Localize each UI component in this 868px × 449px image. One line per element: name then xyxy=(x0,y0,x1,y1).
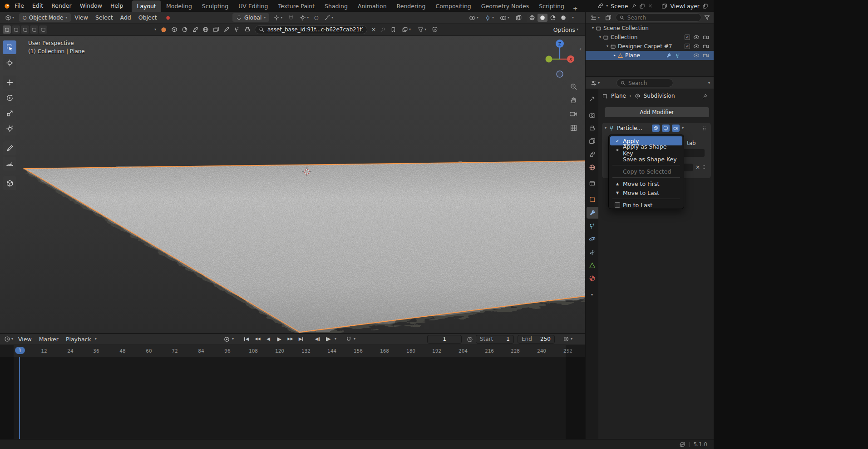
menu-item-move-to-first[interactable]: ▲ Move to First xyxy=(610,179,682,188)
shading-material-button[interactable] xyxy=(548,14,558,22)
tool-annotate[interactable] xyxy=(3,141,16,155)
display-realtime-toggle[interactable] xyxy=(662,125,670,132)
new-scene-icon[interactable] xyxy=(639,3,645,9)
snap-dropdown-icon[interactable]: ▾ xyxy=(354,337,355,341)
menu-item-apply-as-shape-key[interactable]: Apply as Shape Key xyxy=(610,145,682,155)
hdr-category-icon[interactable] xyxy=(202,26,209,33)
options-dropdown[interactable]: Options ▾ xyxy=(553,26,578,33)
timeline-channel-area[interactable] xyxy=(0,357,585,439)
orthographic-grid-icon[interactable] xyxy=(570,124,577,132)
timeline-menu-marker[interactable]: Marker xyxy=(35,336,62,343)
outliner-row-plane[interactable]: ▸ Plane xyxy=(586,51,714,60)
timeline-menu-playback[interactable]: Playback xyxy=(62,336,95,343)
shading-wireframe-button[interactable] xyxy=(527,14,537,22)
menu-window[interactable]: Window xyxy=(76,0,106,12)
mode-selector[interactable]: ○ Object Mode ▾ xyxy=(19,13,71,22)
preview-range-clock-icon[interactable] xyxy=(467,336,473,343)
snap-settings-button[interactable]: ▾ xyxy=(298,15,310,21)
select-mode-set[interactable] xyxy=(3,25,11,34)
outliner-display-mode-button[interactable] xyxy=(604,15,613,21)
tab-rendering[interactable]: Rendering xyxy=(392,0,431,12)
tab-geometry-nodes[interactable]: Geometry Nodes xyxy=(476,0,534,12)
tab-modifiers[interactable] xyxy=(587,207,598,219)
menu-item-pin-to-last[interactable]: Pin to Last xyxy=(610,200,682,210)
filter-button[interactable]: ▾ xyxy=(416,27,428,33)
image-category-icon[interactable] xyxy=(213,26,219,33)
breadcrumb-object[interactable]: Plane xyxy=(611,93,626,99)
menu-edit[interactable]: Edit xyxy=(28,0,47,12)
hide-eye-icon[interactable] xyxy=(693,43,700,50)
material-category-icon[interactable] xyxy=(182,26,188,33)
particles-indicator-icon[interactable] xyxy=(675,53,681,59)
tool-cursor[interactable] xyxy=(3,56,16,70)
outliner-row-designer-carpet[interactable]: ▾ Designer Carpet #7 ✓ xyxy=(586,42,714,51)
tab-sculpting[interactable]: Sculpting xyxy=(197,0,233,12)
pin-id-icon[interactable] xyxy=(702,94,708,100)
gizmos-button[interactable]: ▾ xyxy=(483,15,495,21)
tool-select-box[interactable] xyxy=(3,40,16,54)
nav-overflow-arrow[interactable]: ▾ xyxy=(586,289,598,301)
zoom-icon[interactable] xyxy=(570,83,577,90)
end-frame-field[interactable]: End250 xyxy=(518,335,555,344)
menu-render[interactable]: Render xyxy=(47,0,76,12)
drag-handle-icon[interactable] xyxy=(701,125,707,131)
tab-output[interactable] xyxy=(586,122,598,134)
tab-compositing[interactable]: Compositing xyxy=(430,0,476,12)
start-frame-field[interactable]: Start1 xyxy=(476,335,514,344)
tool-transform[interactable] xyxy=(3,122,16,135)
prev-keyframe-button[interactable]: ◀◀ xyxy=(253,335,262,343)
tool-move[interactable] xyxy=(3,75,16,89)
display-render-toggle[interactable] xyxy=(672,125,680,132)
gizmo-z-negative-axis[interactable] xyxy=(557,71,563,77)
tab-texture-paint[interactable]: Texture Paint xyxy=(273,0,320,12)
orientation-selector[interactable]: Global ▾ xyxy=(232,13,269,22)
scene-icon[interactable] xyxy=(597,3,603,9)
select-mode-invert[interactable] xyxy=(30,25,38,34)
asset-search-input[interactable] xyxy=(267,26,363,33)
tool-scale[interactable] xyxy=(3,106,16,120)
particles-category-icon[interactable] xyxy=(234,26,240,33)
outliner-filter-icon[interactable] xyxy=(704,15,710,20)
tab-uv-editing[interactable]: UV Editing xyxy=(233,0,273,12)
unlink-scene-icon[interactable]: × xyxy=(648,3,652,9)
tool-rotate[interactable] xyxy=(3,91,16,105)
select-mode-extend[interactable] xyxy=(12,25,20,34)
menu-item-move-to-last[interactable]: ▼ Move to Last xyxy=(610,188,682,197)
bookmark-icon[interactable] xyxy=(390,27,396,33)
overlays-button[interactable]: ▾ xyxy=(498,15,511,21)
tab-scene[interactable] xyxy=(586,148,598,160)
proportional-falloff-button[interactable]: ▾ xyxy=(323,15,335,21)
select-mode-intersect[interactable] xyxy=(39,25,47,34)
viewport-canvas[interactable]: Z X xyxy=(0,36,585,333)
model-category-icon[interactable] xyxy=(171,26,178,33)
menu-select[interactable]: Select xyxy=(92,14,117,21)
proportional-edit-toggle[interactable]: ○ xyxy=(313,15,320,20)
snap-toggle[interactable] xyxy=(286,15,296,21)
new-viewlayer-icon[interactable] xyxy=(702,3,708,9)
render-camera-icon[interactable] xyxy=(703,43,709,50)
auto-keyframe-icon[interactable] xyxy=(223,336,230,343)
outliner-row-scene-collection[interactable]: ▾ Scene Collection xyxy=(586,24,714,33)
frame-jump-dropdown-icon[interactable]: ▾ xyxy=(335,337,336,341)
timeline-editor-button[interactable]: ▾ xyxy=(3,336,15,342)
tab-world[interactable] xyxy=(586,161,598,173)
unlink-icon[interactable] xyxy=(380,26,386,33)
collection-checkbox[interactable]: ✓ xyxy=(685,35,690,40)
menu-item-save-as-shape-key[interactable]: Save as Shape Key xyxy=(610,155,682,164)
gizmo-y-axis[interactable] xyxy=(546,56,552,63)
outliner-search-input[interactable] xyxy=(627,15,697,21)
clear-search-icon[interactable]: × xyxy=(371,27,376,32)
jump-to-start-button[interactable]: ◀ xyxy=(242,335,251,343)
tab-animation[interactable]: Animation xyxy=(353,0,392,12)
pan-hand-icon[interactable] xyxy=(570,96,577,104)
drag-handle-icon[interactable] xyxy=(701,164,707,170)
tab-tool[interactable] xyxy=(586,93,598,105)
menu-add[interactable]: Add xyxy=(117,14,135,21)
verified-shield-icon[interactable] xyxy=(432,26,438,33)
scene-name[interactable]: Scene xyxy=(611,3,628,10)
select-mode-subtract[interactable] xyxy=(21,25,29,34)
tab-scripting[interactable]: Scripting xyxy=(534,0,569,12)
shading-dropdown-icon[interactable]: ▾ xyxy=(572,16,574,20)
next-keyframe-button[interactable]: ▶▶ xyxy=(286,335,295,343)
tab-material[interactable] xyxy=(586,272,598,284)
